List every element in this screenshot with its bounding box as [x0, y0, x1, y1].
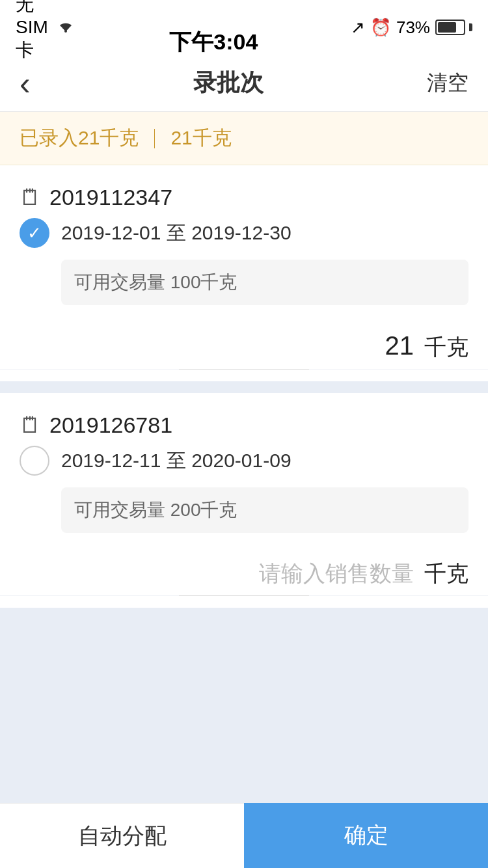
- batch2-input-row: 千克: [0, 546, 488, 595]
- total-label: 21千克: [170, 125, 231, 152]
- batch2-quantity-unit: 千克: [424, 559, 468, 589]
- card-separator: [0, 381, 488, 393]
- batch1-id-row: 🗒 2019112347: [20, 185, 468, 210]
- batch2-quantity-input[interactable]: [219, 561, 414, 586]
- carrier-label: 无SIM卡: [16, 0, 48, 62]
- batch2-date-range: 2019-12-11 至 2020-01-09: [61, 448, 291, 474]
- bottom-action-bar: 自动分配 确定: [0, 803, 488, 868]
- batch2-icon: 🗒: [20, 413, 42, 438]
- batch1-quantity-unit: 千克: [424, 332, 468, 362]
- batch1-id: 2019112347: [49, 185, 172, 210]
- batch1-spacer: [0, 370, 488, 381]
- batch1-available: 可用交易量 100千克: [61, 260, 468, 305]
- location-icon: ↗: [351, 18, 365, 38]
- check-icon: ✓: [27, 223, 42, 243]
- batch2-spacer: [0, 596, 488, 608]
- svg-point-0: [64, 30, 67, 33]
- batch1-card: 🗒 2019112347 ✓ 2019-12-01 至 2019-12-30 可…: [0, 165, 488, 318]
- batch2-date-row[interactable]: 2019-12-11 至 2020-01-09: [20, 446, 468, 476]
- nav-bar: ‹ 录批次 清空: [0, 55, 488, 112]
- info-banner: 已录入21千克 21千克: [0, 112, 488, 165]
- batch1-date-row[interactable]: ✓ 2019-12-01 至 2019-12-30: [20, 218, 468, 248]
- wifi-icon: [55, 17, 77, 38]
- confirm-button[interactable]: 确定: [244, 803, 488, 868]
- back-button[interactable]: ‹: [20, 64, 31, 102]
- auto-distribute-button[interactable]: 自动分配: [0, 803, 244, 868]
- batch1-date-range: 2019-12-01 至 2019-12-30: [61, 220, 291, 247]
- page-title: 录批次: [193, 67, 264, 99]
- recorded-label: 已录入21千克: [20, 125, 139, 152]
- status-bar: 无SIM卡 下午3:04 ↗ ⏰ 73%: [0, 0, 488, 55]
- batch2-available: 可用交易量 200千克: [61, 487, 468, 533]
- batch1-radio[interactable]: ✓: [20, 218, 49, 248]
- batch1-icon: 🗒: [20, 185, 42, 210]
- battery-icon: [435, 20, 472, 35]
- battery-percent: 73%: [396, 18, 430, 38]
- batch2-id: 2019126781: [49, 413, 172, 438]
- clear-button[interactable]: 清空: [427, 69, 468, 98]
- banner-divider: [154, 129, 155, 148]
- batch2-card: 🗒 2019126781 2019-12-11 至 2020-01-09 可用交…: [0, 393, 488, 546]
- batch2-radio[interactable]: [20, 446, 49, 476]
- status-time: 下午3:04: [169, 27, 258, 57]
- batch2-id-row: 🗒 2019126781: [20, 413, 468, 438]
- status-right: ↗ ⏰ 73%: [351, 18, 472, 38]
- alarm-icon: ⏰: [370, 18, 391, 38]
- batch1-quantity-value: 21: [385, 331, 414, 360]
- status-left: 无SIM卡: [16, 0, 77, 62]
- batch1-quantity-row: 21 千克: [0, 318, 488, 369]
